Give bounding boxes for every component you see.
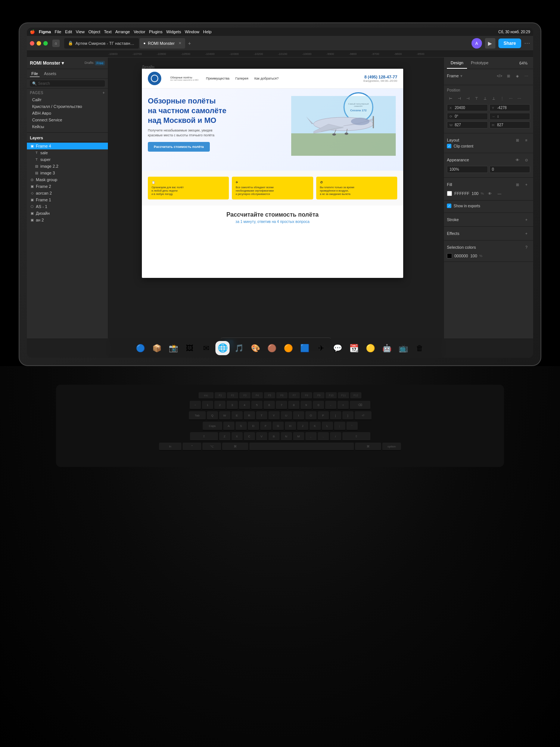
- object-menu[interactable]: Object: [88, 30, 100, 34]
- dock-figma[interactable]: 🎨: [248, 341, 262, 355]
- layer-an2[interactable]: ▣ ан 2: [27, 217, 108, 223]
- key-f[interactable]: F: [260, 422, 271, 431]
- h-input[interactable]: H 827: [489, 121, 531, 128]
- key-4[interactable]: 4: [239, 401, 250, 410]
- home-button[interactable]: ⌂: [52, 40, 60, 47]
- add-fill-icon[interactable]: +: [523, 181, 530, 188]
- key-esc[interactable]: esc: [199, 392, 214, 399]
- plugins-menu[interactable]: Plugins: [149, 30, 162, 34]
- key-p[interactable]: P: [318, 411, 329, 420]
- key-m[interactable]: M: [293, 432, 304, 441]
- dropdown-icon[interactable]: ▾: [62, 61, 64, 66]
- layer-frame4[interactable]: ▣ Frame 4: [27, 143, 108, 149]
- add-stroke-icon[interactable]: +: [523, 216, 530, 223]
- dock-calendar[interactable]: 📆: [347, 341, 361, 355]
- key-8[interactable]: 8: [288, 401, 299, 410]
- key-comma[interactable]: ,: [305, 432, 317, 441]
- layer-frame1[interactable]: ▣ Frame 1: [27, 196, 108, 203]
- key-backspace[interactable]: ⌫: [350, 401, 370, 410]
- key-u[interactable]: U: [281, 411, 292, 420]
- key-f10[interactable]: F10: [326, 392, 337, 399]
- key-f1[interactable]: F1: [215, 392, 226, 399]
- key-v[interactable]: V: [256, 432, 267, 441]
- dock-launchpad[interactable]: 📦: [150, 341, 164, 355]
- key-fn[interactable]: fn: [159, 443, 181, 451]
- widgets-menu[interactable]: Widgets: [166, 30, 181, 34]
- tab-2[interactable]: ● ROMI Monster ✕: [140, 38, 185, 49]
- grid-icon[interactable]: ⊞: [505, 72, 512, 80]
- key-0[interactable]: 0: [313, 401, 324, 410]
- site-cta-button[interactable]: Рассчитать стоимость полёта: [148, 142, 210, 152]
- minimize-button[interactable]: [37, 41, 41, 46]
- new-tab-button[interactable]: +: [186, 40, 193, 47]
- clip-content-checkbox[interactable]: ✓: [447, 144, 451, 148]
- fill-grid-icon[interactable]: ⊞: [514, 181, 521, 188]
- dock-photos[interactable]: 📸: [166, 341, 180, 355]
- key-7[interactable]: 7: [276, 401, 287, 410]
- layer-mask[interactable]: ◎ Mask group: [27, 176, 108, 183]
- key-f5[interactable]: F5: [264, 392, 275, 399]
- distribute-h[interactable]: ⋮: [498, 94, 506, 102]
- key-x[interactable]: X: [231, 432, 243, 441]
- tab2-close-icon[interactable]: ✕: [178, 41, 181, 45]
- layer-frame2[interactable]: ▣ Frame 2: [27, 183, 108, 190]
- w-input[interactable]: W 827: [447, 121, 488, 128]
- layer-aorcan[interactable]: ◇ aorcan 2: [27, 190, 108, 196]
- more-appearance[interactable]: ⊙: [523, 156, 530, 164]
- key-space[interactable]: [249, 443, 354, 451]
- add-effect-icon[interactable]: +: [523, 230, 530, 237]
- right-tab-design[interactable]: Design: [447, 58, 467, 69]
- key-bracket-right[interactable]: ]: [342, 411, 354, 420]
- apple-menu[interactable]: 🍎: [30, 30, 35, 34]
- key-l[interactable]: L: [322, 422, 333, 431]
- dock-app1[interactable]: 🟤: [265, 341, 279, 355]
- key-shift-right[interactable]: ⇧: [342, 432, 370, 441]
- layer-as1[interactable]: ⬡ AS - 1: [27, 203, 108, 210]
- key-command-left[interactable]: ⌘: [222, 443, 248, 451]
- key-f11[interactable]: F11: [338, 392, 349, 399]
- frame-dropdown-icon[interactable]: ▾: [460, 74, 463, 78]
- key-w[interactable]: W: [219, 411, 230, 420]
- key-y[interactable]: Y: [268, 411, 280, 420]
- key-semi[interactable]: ;: [334, 422, 345, 431]
- align-center-h[interactable]: ⊣: [455, 94, 463, 102]
- key-t[interactable]: T: [256, 411, 267, 420]
- key-o[interactable]: O: [305, 411, 317, 420]
- key-5[interactable]: 5: [251, 401, 262, 410]
- key-c[interactable]: C: [244, 432, 255, 441]
- share-button[interactable]: Share: [498, 38, 521, 48]
- layer-super[interactable]: T super: [27, 156, 108, 163]
- dock-chrome[interactable]: 🌐: [215, 341, 230, 355]
- left-tab-assets[interactable]: Assets: [43, 71, 58, 77]
- left-tab-file[interactable]: File: [30, 71, 40, 77]
- search-input[interactable]: 🔍 Search: [30, 80, 105, 87]
- key-period[interactable]: .: [318, 432, 329, 441]
- page-item-site[interactable]: Сайт: [30, 96, 105, 103]
- vector-menu[interactable]: Vector: [134, 30, 145, 34]
- dock-trash[interactable]: 🗑: [413, 341, 427, 355]
- more-icon[interactable]: ⋯: [523, 72, 530, 80]
- key-option-right[interactable]: option: [382, 443, 401, 451]
- opacity-input[interactable]: 100%: [447, 166, 488, 173]
- add-page-icon[interactable]: +: [103, 91, 105, 95]
- key-f2[interactable]: F2: [227, 392, 238, 399]
- dock-gpt[interactable]: 🤖: [380, 341, 394, 355]
- key-a[interactable]: A: [223, 422, 234, 431]
- key-shift-left[interactable]: ⇧: [190, 432, 218, 441]
- align-left[interactable]: ⊢: [447, 94, 454, 102]
- key-9[interactable]: 9: [301, 401, 312, 410]
- key-1[interactable]: 1: [202, 401, 213, 410]
- key-control[interactable]: ⌃: [183, 443, 201, 451]
- key-g[interactable]: G: [273, 422, 284, 431]
- key-slash[interactable]: /: [330, 432, 341, 441]
- dock-yandex[interactable]: 🟡: [363, 341, 377, 355]
- key-caps[interactable]: Caps: [203, 422, 222, 431]
- layout-list-icon[interactable]: ≡: [523, 136, 530, 144]
- layer-dizain[interactable]: ▣ Дизайн: [27, 210, 108, 217]
- key-h[interactable]: H: [285, 422, 296, 431]
- code-icon[interactable]: </>: [496, 72, 503, 80]
- key-i[interactable]: I: [293, 411, 304, 420]
- key-f8[interactable]: F8: [301, 392, 312, 399]
- key-bracket-left[interactable]: [: [330, 411, 341, 420]
- key-tilde[interactable]: ~: [190, 401, 201, 410]
